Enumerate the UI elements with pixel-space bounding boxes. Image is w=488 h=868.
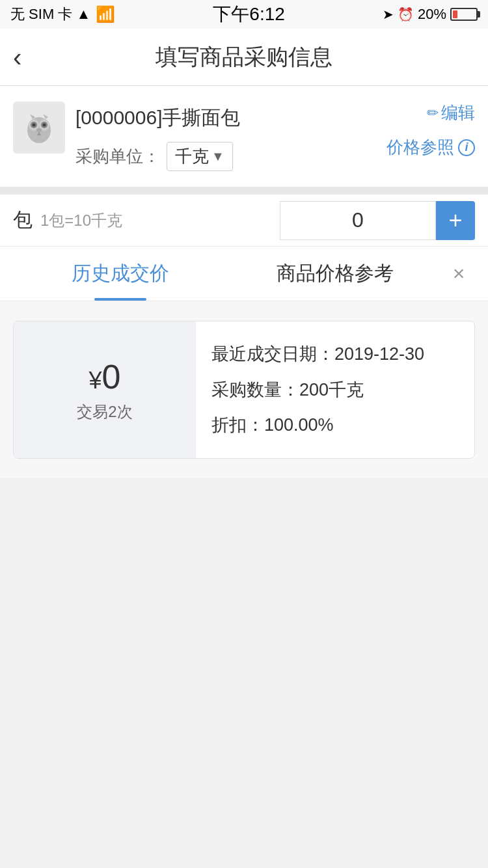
edit-button[interactable]: ✏ 编辑 bbox=[427, 102, 475, 124]
quantity-left: 包 1包=10千克 bbox=[13, 207, 122, 234]
nav-bar: ‹ 填写商品采购信息 bbox=[0, 29, 488, 86]
history-card-left: ¥0 交易2次 bbox=[14, 321, 196, 458]
page-title: 填写商品采购信息 bbox=[156, 42, 332, 72]
detail-row-discount: 折扣：100.00% bbox=[211, 412, 459, 439]
purchase-quantity-value: 200千克 bbox=[299, 380, 364, 400]
tab-history-price[interactable]: 历史成交价 bbox=[13, 247, 228, 301]
sim-label: 无 SIM 卡 ▲ bbox=[10, 5, 90, 24]
status-left: 无 SIM 卡 ▲ 📶 bbox=[10, 5, 115, 24]
quantity-row: 包 1包=10千克 0 + bbox=[0, 195, 488, 247]
status-right: ➤ ⏰ 20% bbox=[383, 6, 478, 23]
product-unit-row: 采购单位： 千克 ▼ bbox=[75, 142, 240, 171]
discount-value: 100.00% bbox=[264, 415, 334, 435]
tabs-header: 历史成交价 商品价格参考 × bbox=[0, 247, 488, 301]
quantity-input[interactable]: 0 bbox=[280, 201, 436, 240]
unit-dropdown[interactable]: 千克 ▼ bbox=[167, 142, 233, 171]
quantity-plus-button[interactable]: + bbox=[436, 201, 475, 240]
battery-indicator bbox=[450, 8, 478, 21]
detail-row-date: 最近成交日期：2019-12-30 bbox=[211, 341, 459, 368]
history-card: ¥0 交易2次 最近成交日期：2019-12-30 采购数量：200千克 折扣：… bbox=[13, 321, 475, 459]
product-info: [0000006]手撕面包 采购单位： 千克 ▼ bbox=[75, 102, 240, 171]
product-card: [0000006]手撕面包 采购单位： 千克 ▼ ✏ 编辑 价格参照 i bbox=[0, 86, 488, 187]
tabs-panel: 历史成交价 商品价格参考 × ¥0 交易2次 最近成交日期：2019-12-30… bbox=[0, 247, 488, 478]
unit-value: 千克 bbox=[175, 145, 209, 168]
product-name: [0000006]手撕面包 bbox=[75, 104, 240, 131]
history-price: ¥0 bbox=[89, 357, 121, 396]
product-image bbox=[13, 102, 65, 154]
date-label: 最近成交日期： bbox=[211, 344, 334, 364]
price-ref-button[interactable]: 价格参照 i bbox=[386, 136, 475, 159]
discount-label: 折扣： bbox=[211, 415, 264, 435]
unit-label: 采购单位： bbox=[75, 145, 160, 168]
product-left: [0000006]手撕面包 采购单位： 千克 ▼ bbox=[13, 102, 240, 171]
detail-row-quantity: 采购数量：200千克 bbox=[211, 377, 459, 403]
tab-active-underline bbox=[94, 298, 146, 301]
quantity-value: 0 bbox=[352, 208, 364, 232]
status-bar: 无 SIM 卡 ▲ 📶 下午6:12 ➤ ⏰ 20% bbox=[0, 0, 488, 29]
product-top-row: [0000006]手撕面包 采购单位： 千克 ▼ ✏ 编辑 价格参照 i bbox=[13, 102, 475, 171]
info-icon: i bbox=[458, 139, 475, 156]
location-icon: ➤ bbox=[383, 7, 394, 22]
svg-point-6 bbox=[43, 124, 46, 127]
currency-symbol: ¥ bbox=[89, 367, 102, 394]
edit-label: 编辑 bbox=[441, 102, 475, 124]
tab1-label: 历史成交价 bbox=[72, 260, 169, 287]
svg-point-5 bbox=[33, 124, 36, 127]
tab2-label: 商品价格参考 bbox=[277, 260, 394, 287]
status-time: 下午6:12 bbox=[213, 2, 285, 27]
price-ref-label: 价格参照 bbox=[386, 136, 454, 159]
transaction-count: 交易2次 bbox=[77, 401, 132, 422]
tab-close-button[interactable]: × bbox=[442, 258, 475, 290]
quantity-unit-label: 包 bbox=[13, 207, 33, 234]
date-value: 2019-12-30 bbox=[334, 344, 424, 364]
history-card-right: 最近成交日期：2019-12-30 采购数量：200千克 折扣：100.00% bbox=[196, 321, 474, 458]
unit-dropdown-arrow: ▼ bbox=[211, 149, 224, 164]
wifi-icon: 📶 bbox=[96, 5, 115, 23]
battery-percent: 20% bbox=[418, 6, 446, 23]
purchase-quantity-label: 采购数量： bbox=[211, 380, 299, 400]
back-button[interactable]: ‹ bbox=[13, 44, 28, 70]
product-right: ✏ 编辑 价格参照 i bbox=[386, 102, 475, 159]
product-thumbnail-icon bbox=[20, 108, 59, 147]
tab-product-price-ref[interactable]: 商品价格参考 bbox=[228, 247, 442, 301]
tabs-content: ¥0 交易2次 最近成交日期：2019-12-30 采购数量：200千克 折扣：… bbox=[0, 301, 488, 478]
quantity-sub-label: 1包=10千克 bbox=[40, 210, 122, 231]
alarm-icon: ⏰ bbox=[398, 7, 414, 22]
quantity-right: 0 + bbox=[280, 201, 475, 240]
price-value: 0 bbox=[102, 358, 121, 396]
section-divider bbox=[0, 187, 488, 195]
